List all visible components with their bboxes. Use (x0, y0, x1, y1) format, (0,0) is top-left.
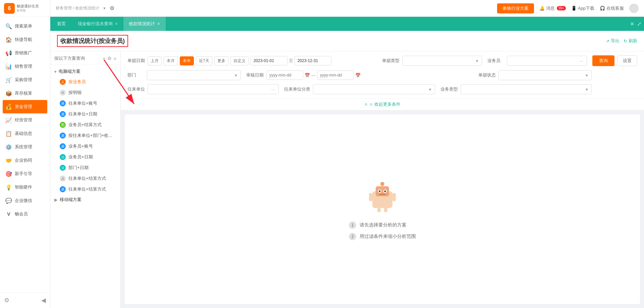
scheme-add-icon[interactable]: + (103, 56, 105, 61)
query-button[interactable]: 查询 (592, 55, 614, 66)
filter-row-1: 单据日期 上月 本月 本年 近7天 更多 自定义 (127, 55, 637, 66)
notification-badge: 99+ (557, 6, 566, 10)
sidebar-item-finance[interactable]: 💰 资金管理 (3, 100, 47, 113)
date-btn-this-month[interactable]: 本月 (164, 56, 178, 65)
sidebar-item-search[interactable]: 🔍 搜索菜单 (0, 19, 50, 33)
date-btn-more[interactable]: 更多 (214, 56, 228, 65)
collapse-conditions-bar[interactable]: ∧ ∧ 收起更多条件 (121, 99, 644, 110)
sidebar-item-system[interactable]: ⚙️ 系统管理 (0, 140, 50, 154)
empty-step-1: 1 请先选择要分析的方案 (349, 221, 416, 229)
review-calendar2-icon[interactable]: 📅 (355, 73, 361, 78)
scheme-item-partner-settle1[interactable]: 人 往来单位+结算方式 (50, 173, 120, 184)
date-selector: 上月 本月 本年 近7天 更多 自定义 至 (148, 56, 377, 65)
date-btn-7days[interactable]: 近7天 (196, 56, 212, 65)
member-icon: V (5, 211, 12, 217)
date-label: 单据日期 (127, 58, 145, 64)
window-close-icon[interactable]: ✕ (630, 21, 634, 27)
date-from-input[interactable] (251, 56, 287, 65)
sidebar-collapse-icon[interactable]: ◀ (41, 297, 46, 304)
user-avatar[interactable] (629, 4, 639, 13)
scheme-item-partner-account[interactable]: 表 往来单位+账号 (50, 98, 120, 109)
partner-category-label: 往来单位分类 (284, 86, 310, 92)
tab-cashflow-close[interactable]: ✕ (115, 21, 118, 26)
sidebar-item-purchase[interactable]: 🛒 采购管理 (0, 73, 50, 87)
sidebar-item-enterprise[interactable]: 🤝 企业协同 (0, 154, 50, 167)
logo-badge: 标准版 (17, 8, 39, 13)
page-content: 收款情况统计(按业务员) ↗ 导出 ↻ 刷新 按以下方案查询 + (50, 31, 644, 308)
doc-status-select[interactable]: ▾ (498, 70, 592, 80)
window-maximize-icon[interactable]: ⤢ (637, 21, 641, 27)
main-area: 财务管理 / 收款情况统计 ▾ ⚙ 体验行业方案 🔔 消息 99+ 📱 App下… (50, 0, 644, 308)
partner-category-select[interactable]: ▾ (313, 84, 435, 94)
filter-area-wrapper: 单据日期 上月 本月 本年 近7天 更多 自定义 (121, 51, 644, 110)
tab-home[interactable]: 首页 (53, 17, 70, 31)
basic-info-icon: 📋 (5, 130, 12, 137)
trial-button[interactable]: 体验行业方案 (497, 3, 534, 13)
scheme-item-salesperson-date[interactable]: ⊙ 业务员+日期 (50, 152, 120, 162)
scheme-partner-account-icon: 表 (60, 100, 66, 106)
export-button[interactable]: ↗ 导出 (606, 38, 620, 44)
notification-icon[interactable]: 🔔 消息 99+ (539, 5, 566, 11)
scheme-item-salesperson-account[interactable]: 表 业务员+账号 (50, 141, 120, 152)
page-header: 收款情况统计(按业务员) ↗ 导出 ↻ 刷新 (50, 31, 644, 51)
sidebar-settings-icon[interactable]: ⚙ (4, 297, 9, 304)
tab-collection-stats[interactable]: 收款情况统计 ✕ (123, 17, 166, 31)
review-to-input[interactable] (317, 70, 354, 80)
date-btn-last-month[interactable]: 上月 (148, 56, 162, 65)
topbar-actions: 体验行业方案 🔔 消息 99+ 📱 App下载 🎧 在线客服 (497, 3, 639, 13)
dept-select[interactable]: ▾ (147, 70, 241, 80)
logo-text: 畅捷通好生意 (17, 4, 39, 8)
svg-rect-10 (384, 208, 387, 212)
topbar-dropdown-icon[interactable]: ▾ (103, 6, 106, 11)
sidebar-item-basic-info[interactable]: 📋 基础信息 (0, 127, 50, 140)
sidebar-item-member[interactable]: V 畅会员 (0, 207, 50, 221)
scheme-item-salesperson[interactable]: 人 按业务员 (50, 76, 120, 87)
scheme-collapse-icon[interactable]: « (114, 56, 116, 61)
app-download-icon[interactable]: 📱 App下载 (571, 5, 594, 11)
biz-type-chevron-icon: ▾ (586, 87, 588, 92)
sidebar-item-sales[interactable]: 📊 销售管理 (0, 60, 50, 73)
dept-chevron-icon: ▾ (235, 73, 237, 78)
tab-collection-close[interactable]: ✕ (157, 21, 160, 26)
refresh-button[interactable]: ↻ 刷新 (624, 38, 637, 44)
tabs-right-actions: ✕ ⤢ (630, 21, 641, 27)
salesperson-select[interactable]: ··· (507, 56, 587, 66)
scheme-item-partner-date[interactable]: 表 往来单位+日期 (50, 109, 120, 119)
topbar-settings-icon[interactable]: ⚙ (110, 5, 114, 11)
tab-cashflow[interactable]: 现金银行流水查询 ✕ (72, 17, 123, 31)
sidebar-item-newbie[interactable]: 🎯 新手引导 (0, 167, 50, 181)
marketing-icon: 📢 (5, 50, 12, 56)
biz-type-select[interactable]: ▾ (461, 84, 592, 94)
empty-state: 1 请先选择要分析的方案 2 用过滤条件来缩小分析范围 (125, 114, 640, 304)
settings-button[interactable]: 设置 (617, 55, 637, 66)
sidebar-item-operations[interactable]: 📈 经营管理 (0, 113, 50, 127)
sidebar-item-quicknav[interactable]: 🏠 快捷导航 (0, 33, 50, 46)
date-to-input[interactable] (294, 56, 331, 65)
partner-select[interactable]: ··· (148, 84, 279, 94)
doc-type-select[interactable]: ▾ (402, 56, 482, 66)
sidebar-item-inventory[interactable]: 📦 库存核算 (0, 87, 50, 100)
sidebar-item-marketing[interactable]: 📢 营销推广 (0, 46, 50, 60)
mobile-group[interactable]: ▶ 移动端方案 (50, 195, 120, 205)
page-header-actions: ↗ 导出 ↻ 刷新 (606, 38, 637, 44)
scheme-item-dept-date[interactable]: ⊙ 部门+日期 (50, 162, 120, 173)
sidebar-item-hardware[interactable]: 💡 智能硬件 (0, 181, 50, 194)
date-btn-custom[interactable]: 自定义 (230, 56, 249, 65)
scheme-item-salesperson-settle[interactable]: 图 业务员+结算方式 (50, 119, 120, 130)
doc-status-chevron-icon: ▾ (586, 73, 588, 78)
desktop-group-arrow: ▾ (54, 69, 57, 74)
filter-query-actions: 查询 设置 (592, 55, 637, 66)
scheme-settings-icon[interactable]: ⚙ (107, 56, 112, 61)
desktop-group[interactable]: ▾ 电脑端方案 (50, 66, 120, 76)
scheme-item-partner-settle2[interactable]: 表 往来单位+结算方式 (50, 184, 120, 195)
review-calendar1-icon[interactable]: 📅 (305, 73, 310, 78)
scheme-item-detail[interactable]: ≡ 按明细 (50, 87, 120, 98)
sidebar-item-wechat[interactable]: 💬 企业微信 (0, 194, 50, 207)
scheme-partner-dept-icon: 表 (60, 133, 66, 139)
dept-label: 部门 (127, 72, 144, 78)
scheme-item-partner-dept[interactable]: 表 按往来单位+部门+收... (50, 130, 120, 141)
date-btn-this-year[interactable]: 本年 (180, 56, 194, 65)
online-service-icon[interactable]: 🎧 在线客服 (600, 5, 624, 11)
partner-category-chevron-icon: ▾ (429, 87, 431, 92)
review-from-input[interactable] (266, 70, 303, 80)
